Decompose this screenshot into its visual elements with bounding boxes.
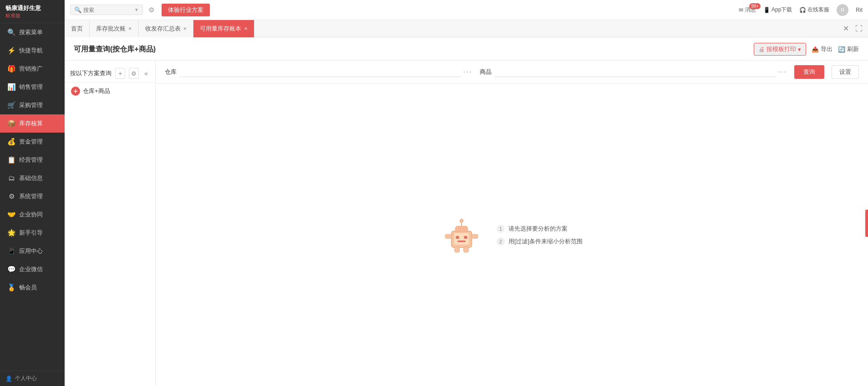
topbar-right: ✉ 消息 99+ 📱 App下载 🎧 在线客服 R Rit — [739, 4, 863, 16]
search-input[interactable] — [83, 7, 133, 13]
close-all-tabs-button[interactable]: ✕ — [840, 22, 852, 35]
empty-state: 1 请先选择要分析的方案 2 用[过滤]条件来缩小分析范围 — [156, 84, 868, 386]
operations-icon: 📋 — [7, 156, 15, 164]
svg-rect-10 — [471, 234, 477, 238]
sidebar-bottom-label: 个人中心 — [15, 375, 37, 382]
industry-button[interactable]: 体验行业方案 — [162, 4, 210, 16]
app-download-button[interactable]: 📱 App下载 — [763, 6, 792, 14]
sidebar-item-marketing[interactable]: 🎁营销推广 — [0, 60, 65, 78]
topbar-search-box[interactable]: 🔍 ▾ — [70, 5, 143, 15]
scroll-handle[interactable] — [865, 210, 868, 237]
settings-button[interactable]: 设置 — [832, 65, 859, 79]
sidebar-item-sales[interactable]: 📊销售管理 — [0, 78, 65, 96]
sidebar-item-label-basic: 基础信息 — [19, 174, 43, 182]
sidebar-item-label-system: 系统管理 — [19, 192, 43, 201]
sidebar-item-label-appcenter: 应用中心 — [19, 247, 43, 255]
warehouse-label: 仓库 — [165, 68, 177, 76]
username[interactable]: Rit — [856, 7, 863, 13]
sidebar-item-search[interactable]: 🔍搜索菜单 — [0, 23, 65, 41]
tip-item-1: 1 请先选择要分析的方案 — [497, 225, 583, 233]
scheme-icon — [71, 87, 80, 96]
purchase-icon: 🛒 — [7, 101, 15, 109]
chevron-down-icon: ▾ — [798, 46, 801, 53]
expand-button[interactable]: ⛶ — [853, 23, 865, 35]
goods-more-icon[interactable]: ··· — [778, 68, 787, 76]
warehouse-input[interactable] — [179, 67, 461, 77]
main-area: 🔍 ▾ ⚙ 体验行业方案 ✉ 消息 99+ 📱 App下载 🎧 在线客服 R R… — [65, 0, 868, 386]
chevron-down-icon[interactable]: ▾ — [135, 7, 138, 13]
goods-field: 商品 ··· — [480, 67, 787, 77]
export-icon: 📤 — [812, 46, 819, 53]
sidebar-item-coop[interactable]: 🤝企业协同 — [0, 206, 65, 224]
guide-icon: 🌟 — [7, 229, 15, 237]
sidebar-item-label-shortcut: 快捷导航 — [19, 46, 43, 55]
print-button[interactable]: 🖨 按模板打印 ▾ — [754, 43, 806, 56]
refresh-button[interactable]: 🔄 刷新 — [838, 45, 859, 53]
tab-close-batch-account[interactable]: × — [128, 26, 132, 31]
sidebar-item-member[interactable]: 🏅畅会员 — [0, 278, 65, 297]
sidebar-item-basic[interactable]: 🗂基础信息 — [0, 169, 65, 187]
page-header: 可用量查询(按仓库+商品) 🖨 按模板打印 ▾ 📤 导出 🔄 刷新 — [65, 37, 868, 61]
tab-home[interactable]: 首页 — [65, 20, 90, 37]
svg-rect-9 — [445, 234, 452, 238]
appcenter-icon: 📱 — [7, 247, 15, 255]
sidebar-item-shortcut[interactable]: ⚡快捷导航 — [0, 41, 65, 60]
warehouse-field: 仓库 ··· — [165, 67, 472, 77]
sidebar-item-inventory[interactable]: 📦库存核算 — [0, 114, 65, 133]
sidebar-bottom[interactable]: 👤 个人中心 — [0, 371, 65, 386]
empty-state-inner: 1 请先选择要分析的方案 2 用[过滤]条件来缩小分析范围 — [441, 215, 583, 256]
message-icon: ✉ — [739, 7, 743, 13]
message-button[interactable]: ✉ 消息 99+ — [739, 6, 756, 14]
collapse-panel-button[interactable]: « — [142, 69, 150, 78]
goods-input[interactable] — [494, 67, 776, 77]
tab-label-home: 首页 — [71, 25, 83, 33]
scheme-item[interactable]: 仓库+商品 — [65, 83, 155, 99]
tip-text-2: 用[过滤]条件来缩小分析范围 — [508, 237, 583, 246]
avatar: R — [837, 4, 848, 16]
sidebar-item-label-wechat: 企业微信 — [19, 265, 43, 273]
sidebar-item-guide[interactable]: 🌟新手引导 — [0, 224, 65, 242]
settings-scheme-button[interactable]: ⚙ — [129, 68, 139, 79]
sidebar-item-label-coop: 企业协同 — [19, 211, 43, 219]
marketing-icon: 🎁 — [7, 65, 15, 73]
filter-label: 按以下方案查询 — [70, 69, 112, 77]
sidebar-item-label-member: 畅会员 — [19, 283, 37, 292]
empty-illustration — [441, 215, 482, 256]
svg-rect-11 — [455, 247, 460, 252]
sidebar-item-appcenter[interactable]: 📱应用中心 — [0, 242, 65, 260]
wechat-icon: 💬 — [7, 265, 15, 273]
search-icon: 🔍 — [7, 28, 15, 36]
online-service-button[interactable]: 🎧 在线客服 — [799, 6, 829, 14]
sidebar-item-purchase[interactable]: 🛒采购管理 — [0, 96, 65, 114]
sidebar-item-label-inventory: 库存核算 — [19, 119, 43, 128]
tab-label-available-ledger: 可用量库存账本 — [200, 25, 241, 33]
sidebar-item-system[interactable]: ⚙系统管理 — [0, 187, 65, 206]
goods-label: 商品 — [480, 68, 492, 76]
tab-close-available-ledger[interactable]: × — [244, 26, 248, 31]
sidebar: 畅康通好生意 标准版 🔍搜索菜单⚡快捷导航🎁营销推广📊销售管理🛒采购管理📦库存核… — [0, 0, 65, 386]
gear-icon[interactable]: ⚙ — [147, 4, 156, 16]
sidebar-item-finance[interactable]: 💰资金管理 — [0, 133, 65, 151]
empty-tips: 1 请先选择要分析的方案 2 用[过滤]条件来缩小分析范围 — [497, 225, 583, 246]
svg-rect-4 — [464, 236, 467, 238]
sidebar-item-operations[interactable]: 📋经营管理 — [0, 151, 65, 169]
tab-available-ledger[interactable]: 可用量库存账本× — [193, 20, 254, 37]
add-scheme-button[interactable]: + — [115, 68, 125, 79]
sidebar-item-label-purchase: 采购管理 — [19, 101, 43, 109]
tab-collect-summary[interactable]: 收发存汇总表× — [139, 20, 194, 37]
tip-num-2: 2 — [497, 237, 505, 246]
logo-subtitle: 标准版 — [5, 12, 59, 19]
query-bar: 仓库 ··· 商品 ··· 查询 设置 — [156, 61, 868, 84]
shortcut-icon: ⚡ — [7, 46, 15, 55]
left-panel: 按以下方案查询 + ⚙ « 仓库+商品 — [65, 61, 156, 386]
sidebar-item-wechat[interactable]: 💬企业微信 — [0, 260, 65, 278]
tab-close-collect-summary[interactable]: × — [183, 26, 187, 31]
filter-row: 按以下方案查询 + ⚙ « — [65, 64, 155, 83]
app-label: App下载 — [772, 6, 792, 14]
page-title: 可用量查询(按仓库+商品) — [74, 45, 156, 54]
warehouse-more-icon[interactable]: ··· — [463, 68, 472, 76]
tab-batch-account[interactable]: 库存批次账× — [90, 20, 139, 37]
sidebar-scroll: 🔍搜索菜单⚡快捷导航🎁营销推广📊销售管理🛒采购管理📦库存核算💰资金管理📋经营管理… — [0, 23, 65, 371]
export-button[interactable]: 📤 导出 — [812, 45, 832, 53]
query-button[interactable]: 查询 — [794, 65, 824, 79]
